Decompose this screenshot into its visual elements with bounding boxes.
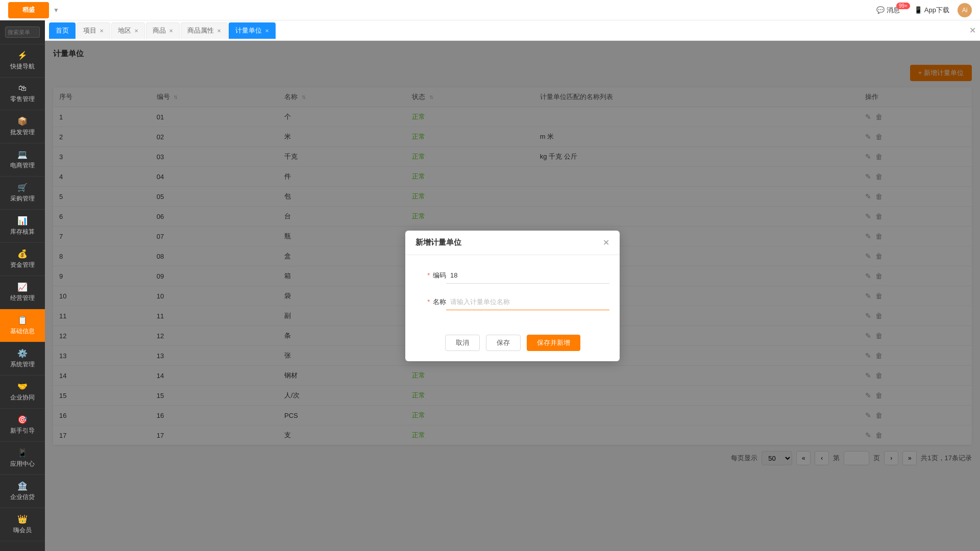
tab-unit-close-icon[interactable]: ✕ [265,28,269,34]
content-area: 首页 项目 ✕ 地区 ✕ 商品 ✕ 商品属性 ✕ 计量单位 ✕ ✕ [45,20,980,551]
app-center-icon: 📱 [17,448,28,458]
mobile-icon: 📱 [914,6,922,14]
sidebar-item-finance[interactable]: 💰 资金管理 [0,243,45,276]
sidebar-label-membership: 嗨会员 [13,526,32,535]
sidebar-item-search[interactable] [0,20,45,44]
app-download-label: App下载 [924,6,949,15]
sidebar-label-quick-nav: 快捷导航 [10,62,35,71]
basic-info-icon: 📋 [17,315,28,325]
tab-project-label: 项目 [83,26,96,35]
form-row-name: * 名称 [415,294,609,310]
search-input[interactable] [5,27,40,38]
tab-product-close-icon[interactable]: ✕ [169,28,173,34]
form-input-code[interactable] [446,267,609,284]
finance-icon: 💰 [17,249,28,259]
cancel-button[interactable]: 取消 [445,335,480,351]
tab-region-label: 地区 [118,26,131,35]
tab-home[interactable]: 首页 [49,22,76,39]
sidebar-label-partnership: 企业协同 [10,393,35,402]
notification-badge: 99+ [896,3,910,9]
tab-unit-label: 计量单位 [235,26,262,35]
close-all-tabs-btn[interactable]: ✕ [969,26,976,35]
sidebar-label-inventory: 库存核算 [10,228,35,236]
modal-title: 新增计量单位 [415,238,461,247]
sidebar-item-enterprise-credit[interactable]: 🏦 企业信贷 [0,475,45,508]
sidebar-item-membership[interactable]: 👑 嗨会员 [0,508,45,541]
sidebar-item-ecommerce[interactable]: 💻 电商管理 [0,143,45,177]
partnership-icon: 🤝 [17,382,28,391]
sidebar-label-finance: 资金管理 [10,261,35,269]
sidebar-item-partnership[interactable]: 🤝 企业协同 [0,375,45,409]
retail-icon: 🛍 [18,84,27,93]
form-row-code: * 编码 [415,267,609,284]
logo-area: 稻盛 ▼ [8,2,59,18]
new-guide-icon: 🎯 [17,415,28,424]
modal-body: * 编码 * 名称 [405,255,620,329]
sidebar-label-app-center: 应用中心 [10,460,35,468]
ecommerce-icon: 💻 [17,149,28,159]
tab-unit[interactable]: 计量单位 ✕ [229,22,276,39]
tab-product-attr-label: 商品属性 [187,26,214,35]
tab-product-attr[interactable]: 商品属性 ✕ [181,22,228,39]
sidebar-label-system: 系统管理 [10,360,35,369]
sidebar-item-app-center[interactable]: 📱 应用中心 [0,442,45,475]
tab-region[interactable]: 地区 ✕ [111,22,145,39]
sidebar-item-purchase[interactable]: 🛒 采购管理 [0,177,45,210]
sidebar: ⚡ 快捷导航 🛍 零售管理 📦 批发管理 💻 电商管理 🛒 采购管理 📊 库存核… [0,20,45,551]
sidebar-item-retail[interactable]: 🛍 零售管理 [0,78,45,110]
sidebar-item-new-guide[interactable]: 🎯 新手引导 [0,409,45,442]
save-button[interactable]: 保存 [486,335,521,351]
tab-project-close-icon[interactable]: ✕ [100,28,104,34]
sidebar-label-retail: 零售管理 [10,95,35,104]
app-download-btn[interactable]: 📱 App下载 [914,6,949,15]
top-header: 稻盛 ▼ 💬 消息 99+ 📱 App下载 Ai [0,0,980,20]
sidebar-label-operation: 经营管理 [10,294,35,303]
membership-icon: 👑 [17,514,28,524]
wholesale-icon: 📦 [17,116,28,126]
purchase-icon: 🛒 [17,183,28,192]
sidebar-item-quick-nav[interactable]: ⚡ 快捷导航 [0,44,45,78]
operation-icon: 📈 [17,282,28,292]
sidebar-label-new-guide: 新手引导 [10,427,35,435]
notification-icon: 💬 [876,6,885,14]
sidebar-label-ecommerce: 电商管理 [10,161,35,170]
modal-close-icon[interactable]: ✕ [603,238,609,247]
form-input-name[interactable] [446,294,609,310]
tab-product-attr-close-icon[interactable]: ✕ [217,28,221,34]
sidebar-label-enterprise-credit: 企业信贷 [10,493,35,502]
add-unit-modal: 新增计量单位 ✕ * 编码 * [405,231,620,361]
notification-btn[interactable]: 💬 消息 99+ [870,6,906,15]
logo: 稻盛 [8,2,49,18]
form-label-code: * 编码 [415,271,446,280]
main-layout: ⚡ 快捷导航 🛍 零售管理 📦 批发管理 💻 电商管理 🛒 采购管理 📊 库存核… [0,20,980,551]
header-dropdown-icon[interactable]: ▼ [53,7,59,14]
logo-text: 稻盛 [22,6,35,14]
quick-nav-icon: ⚡ [17,51,28,60]
save-and-new-button[interactable]: 保存并新增 [527,335,580,351]
sidebar-label-purchase: 采购管理 [10,194,35,203]
sidebar-label-wholesale: 批发管理 [10,128,35,137]
page-content: 计量单位 + 新增计量单位 序号 编号 ⇅ 名称 [45,41,980,551]
sidebar-label-basic-info: 基础信息 [10,327,35,336]
tab-product[interactable]: 商品 ✕ [146,22,180,39]
sidebar-item-inventory[interactable]: 📊 库存核算 [0,210,45,243]
modal-footer: 取消 保存 保存并新增 [405,329,620,361]
inventory-icon: 📊 [17,216,28,226]
modal-overlay: 新增计量单位 ✕ * 编码 * [45,41,980,551]
sidebar-item-system[interactable]: ⚙️ 系统管理 [0,342,45,375]
tab-project[interactable]: 项目 ✕ [77,22,110,39]
avatar[interactable]: Ai [958,3,972,17]
form-label-name: * 名称 [415,297,446,307]
tab-region-close-icon[interactable]: ✕ [134,28,138,34]
sidebar-item-basic-info[interactable]: 📋 基础信息 [0,309,45,342]
enterprise-credit-icon: 🏦 [17,481,28,491]
modal-header: 新增计量单位 ✕ [405,231,620,255]
tab-home-label: 首页 [56,26,69,35]
tabs-bar: 首页 项目 ✕ 地区 ✕ 商品 ✕ 商品属性 ✕ 计量单位 ✕ ✕ [45,20,980,41]
header-right: 💬 消息 99+ 📱 App下载 Ai [870,3,972,17]
system-icon: ⚙️ [17,348,28,358]
sidebar-item-wholesale[interactable]: 📦 批发管理 [0,110,45,143]
tab-product-label: 商品 [153,26,166,35]
sidebar-item-operation[interactable]: 📈 经营管理 [0,276,45,309]
